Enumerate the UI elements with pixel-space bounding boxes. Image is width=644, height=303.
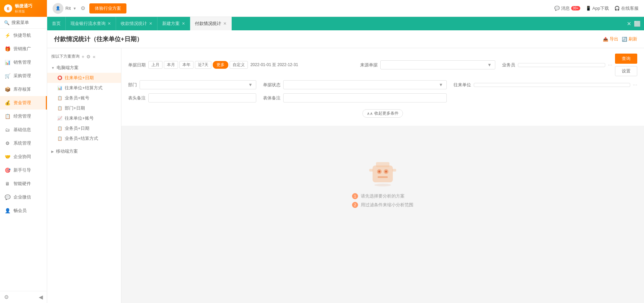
tree-item-label: 部门+日期: [65, 105, 85, 111]
body-note-label: 表体备注: [263, 95, 281, 101]
sidebar-item-sales[interactable]: 📊 销售管理: [0, 56, 47, 69]
search-label: 搜索菜单: [11, 20, 29, 26]
messages-item[interactable]: 💬 消息 99+: [554, 5, 580, 11]
collapse-panel-icon[interactable]: «: [93, 54, 95, 59]
docstatus-label: 单据状态: [263, 82, 281, 88]
scheme-icon: 📋: [57, 95, 63, 101]
date-buttons: 上月 本月 本年 近7天 更多 自定义 2022-01-01 至 2022-12…: [148, 61, 298, 69]
close-all-icon[interactable]: ✕: [627, 21, 631, 27]
maximize-icon[interactable]: ⬜: [634, 21, 641, 27]
date-btn-this-year[interactable]: 本年: [179, 61, 194, 69]
tree-item-label: 往来单位+日期: [65, 75, 94, 81]
sidebar: 6 畅捷通巧 标准版 🔍 搜索菜单 ⚡ 快捷导航 🎁 营销推广 📊 销售管理 🛒…: [0, 0, 47, 303]
message-icon: 💬: [554, 6, 560, 11]
bottom-collapse-icon[interactable]: ◀: [39, 294, 43, 300]
tree-item-label: 业务员+账号: [65, 95, 89, 101]
tree-item-salesperson-date[interactable]: 📋 业务员+日期: [47, 123, 121, 133]
partner-select[interactable]: [474, 83, 630, 87]
sidebar-item-system[interactable]: ⚙ 系统管理: [0, 137, 47, 150]
svg-point-5: [385, 171, 387, 173]
sidebar-item-member[interactable]: 👤 畅会员: [0, 204, 47, 217]
messages-label: 消息: [561, 5, 570, 11]
tree-item-label: 往来单位+结算方式: [65, 85, 103, 91]
sidebar-item-quick-nav[interactable]: ⚡ 快捷导航: [0, 29, 47, 42]
date-btn-last-month[interactable]: 上月: [148, 61, 163, 69]
member-icon: 👤: [4, 207, 11, 214]
refresh-button[interactable]: 🔄 刷新: [622, 36, 637, 42]
date-btn-7days[interactable]: 近7天: [195, 61, 211, 69]
left-panel-header: 按以下方案查询 + ⚙ «: [47, 52, 121, 61]
tree-item-partner-account[interactable]: 📈 往来单位+账号: [47, 113, 121, 123]
filter-settings-button[interactable]: 设置: [615, 66, 637, 76]
trial-btn[interactable]: 体验行业方案: [89, 3, 126, 13]
sidebar-item-guide[interactable]: 🎯 新手引导: [0, 163, 47, 177]
tree-item-salesperson-settle[interactable]: 📋 业务员+结算方式: [47, 133, 121, 144]
filter-row-1: 单据日期 上月 本月 本年 近7天 更多 自定义 2022-01-01 至 20…: [128, 54, 637, 76]
tab-close-bank[interactable]: ✕: [108, 21, 111, 26]
search-menu-item[interactable]: 🔍 搜索菜单: [0, 17, 47, 29]
date-btn-custom[interactable]: 自定义: [230, 61, 248, 69]
partner-dots[interactable]: ···: [633, 82, 637, 88]
online-service-item[interactable]: 🎧 在线客服: [614, 5, 639, 11]
query-button[interactable]: 查询: [615, 54, 637, 64]
tab-payment[interactable]: 付款情况统计 ✕: [190, 17, 232, 30]
tree-item-label: 业务员+日期: [65, 125, 89, 131]
filter-dept-item: 部门 ▼: [128, 80, 256, 89]
tree-item-partner-date[interactable]: ⭕ 往来单位+日期: [47, 73, 121, 83]
sidebar-item-marketing[interactable]: 🎁 营销推广: [0, 42, 47, 56]
tabs-actions: ✕ ⬜: [623, 21, 644, 27]
body-note-input[interactable]: [283, 93, 447, 102]
tab-close-receive[interactable]: ✕: [149, 21, 152, 26]
tree-item-dept-date[interactable]: 📋 部门+日期: [47, 103, 121, 113]
expand-arrow: ▼: [51, 66, 55, 70]
sidebar-item-wechat[interactable]: 💬 企业微信: [0, 190, 47, 204]
date-btn-more[interactable]: 更多: [213, 61, 228, 69]
pc-section-header[interactable]: ▼ 电脑端方案: [47, 63, 121, 73]
sidebar-item-basic-info[interactable]: 🗂 基础信息: [0, 123, 47, 137]
tab-bank[interactable]: 现金银行流水查询 ✕: [66, 17, 116, 30]
sidebar-item-hardware[interactable]: 🖥 智能硬件: [0, 177, 47, 190]
tree-item-salesperson-account[interactable]: 📋 业务员+账号: [47, 93, 121, 103]
scheme-settings-icon[interactable]: ⚙: [86, 54, 91, 59]
basic-info-icon: 🗂: [4, 126, 11, 133]
add-scheme-icon[interactable]: +: [82, 54, 84, 59]
docstatus-select[interactable]: ▼: [283, 80, 447, 89]
sidebar-item-inventory[interactable]: 📦 库存核算: [0, 83, 47, 96]
export-label: 导出: [610, 36, 618, 42]
wechat-icon: 💬: [4, 194, 11, 201]
pc-section: ▼ 电脑端方案 ⭕ 往来单位+日期 📊 往来单位+结算方式 📋 业务员+账号: [47, 61, 121, 145]
sidebar-item-enterprise[interactable]: 🤝 企业协同: [0, 150, 47, 163]
tree-item-partner-settle[interactable]: 📊 往来单位+结算方式: [47, 83, 121, 93]
tree-item-label: 往来单位+账号: [65, 115, 94, 121]
sidebar-item-purchase[interactable]: 🛒 采购管理: [0, 69, 47, 83]
header-note-input[interactable]: [148, 93, 256, 102]
tab-label: 付款情况统计: [195, 21, 221, 27]
sidebar-item-finance[interactable]: 💰 资金管理: [0, 96, 47, 110]
tab-receive[interactable]: 收款情况统计 ✕: [116, 17, 157, 30]
salesperson-dots[interactable]: ···: [608, 62, 612, 68]
export-button[interactable]: 📤 导出: [603, 36, 618, 42]
dept-select[interactable]: ▼: [140, 80, 256, 89]
source-select[interactable]: ▼: [380, 60, 495, 69]
topbar-settings-icon[interactable]: ⚙: [81, 5, 85, 11]
bottom-settings-icon[interactable]: ⚙: [4, 294, 9, 300]
page-header: 付款情况统计（往来单位+日期） 📤 导出 🔄 刷新: [47, 30, 644, 48]
date-btn-this-month[interactable]: 本月: [164, 61, 178, 69]
tab-close-new-scheme[interactable]: ✕: [182, 21, 185, 26]
dropdown-icon[interactable]: ▼: [73, 6, 77, 10]
tab-new-scheme[interactable]: 新建方案 ✕: [157, 17, 190, 30]
date-label: 单据日期: [128, 62, 146, 68]
tab-home[interactable]: 首页: [47, 17, 66, 30]
collapse-row: ∧∧ 收起更多条件: [128, 107, 637, 120]
left-panel-actions: + ⚙ «: [82, 54, 95, 59]
docstatus-dropdown-icon: ▼: [439, 82, 443, 87]
salesperson-select[interactable]: [518, 63, 605, 67]
tab-close-payment[interactable]: ✕: [223, 21, 227, 26]
system-icon: ⚙: [4, 140, 11, 147]
sidebar-item-label: 资金管理: [13, 100, 31, 106]
collapse-button[interactable]: ∧∧ 收起更多条件: [362, 109, 403, 118]
sales-icon: 📊: [4, 59, 11, 66]
app-download-item[interactable]: 📱 App下载: [586, 5, 609, 11]
sidebar-item-operation[interactable]: 📋 经营管理: [0, 110, 47, 123]
mobile-section-header[interactable]: ▶ 移动端方案: [47, 146, 121, 156]
